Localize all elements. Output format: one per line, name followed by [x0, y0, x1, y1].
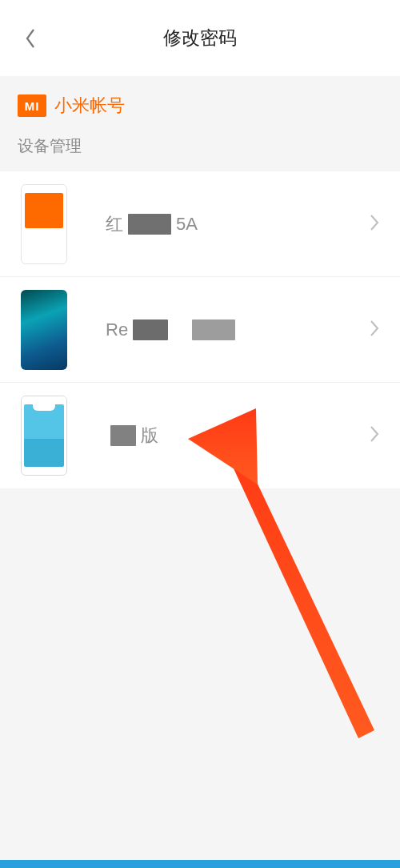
chevron-right-icon	[370, 214, 379, 235]
redacted-text	[128, 214, 171, 235]
redacted-text	[110, 425, 136, 446]
device-thumbnail-icon	[21, 396, 67, 476]
device-name: Re	[67, 319, 370, 340]
device-list: 红 5A Re 版	[0, 171, 400, 488]
chevron-right-icon	[370, 319, 379, 340]
brand-row: 小米帐号	[0, 76, 400, 131]
header: 修改密码	[0, 0, 400, 76]
device-row[interactable]: Re	[0, 277, 400, 383]
device-name-suffix: 版	[141, 424, 158, 448]
bottom-accent-bar	[0, 860, 400, 868]
redacted-text	[133, 319, 168, 340]
brand-name: 小米帐号	[54, 94, 125, 118]
back-button[interactable]	[14, 22, 46, 54]
page-title: 修改密码	[0, 26, 400, 50]
mi-logo-icon	[18, 94, 46, 117]
device-thumbnail-icon	[21, 290, 67, 370]
device-name-prefix: 红	[106, 212, 123, 236]
chevron-left-icon	[24, 27, 37, 50]
device-name-suffix: 5A	[176, 214, 198, 235]
device-row[interactable]: 红 5A	[0, 171, 400, 277]
chevron-right-icon	[370, 425, 379, 446]
device-name: 版	[67, 424, 370, 448]
device-row[interactable]: 版	[0, 383, 400, 488]
device-name: 红 5A	[67, 212, 370, 236]
svg-marker-0	[228, 447, 374, 738]
section-title: 设备管理	[0, 131, 400, 171]
device-thumbnail-icon	[21, 184, 67, 264]
device-name-prefix: Re	[106, 319, 128, 340]
redacted-text	[192, 319, 235, 340]
